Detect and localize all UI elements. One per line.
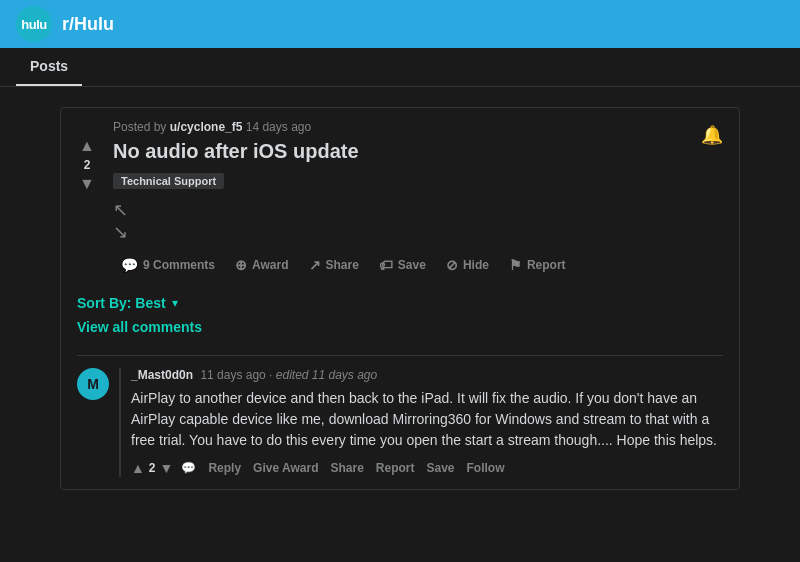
post-title: No audio after iOS update xyxy=(113,140,723,163)
post-tag[interactable]: Technical Support xyxy=(113,173,224,189)
subreddit-logo[interactable]: hulu xyxy=(16,6,52,42)
comment-downvote-button[interactable]: ▼ xyxy=(160,460,174,476)
save-icon: 🏷 xyxy=(379,257,393,273)
expand-icon[interactable]: ↖↘ xyxy=(113,199,723,243)
comment-item: M _Mast0d0n 11 days ago · edited 11 days… xyxy=(77,368,723,477)
award-label: Award xyxy=(252,258,288,272)
share-label: Share xyxy=(326,258,359,272)
share-button[interactable]: ↗ Share xyxy=(301,251,367,279)
report-button[interactable]: ⚑ Report xyxy=(501,251,574,279)
hide-icon: ⊘ xyxy=(446,257,458,273)
comments-button[interactable]: 💬 9 Comments xyxy=(113,251,223,279)
tab-posts[interactable]: Posts xyxy=(16,48,82,86)
post-meta: Posted by u/cyclone_f5 14 days ago xyxy=(113,120,723,134)
hide-button[interactable]: ⊘ Hide xyxy=(438,251,497,279)
comment-share-button[interactable]: Share xyxy=(326,459,367,477)
post-actions: 💬 9 Comments ⊕ Award ↗ Share 🏷 Save ⊘ Hi… xyxy=(113,251,723,279)
post-time: 14 days ago xyxy=(246,120,311,134)
sort-chevron-icon: ▾ xyxy=(172,296,178,310)
sort-row: Sort By: Best ▾ xyxy=(77,295,723,311)
comment-avatar: M xyxy=(77,368,109,400)
notification-bell-icon[interactable]: 🔔 xyxy=(701,124,723,146)
comment-give-award-button[interactable]: Give Award xyxy=(249,459,322,477)
post-vote-col: ▲ 2 ▼ xyxy=(77,136,97,194)
save-button[interactable]: 🏷 Save xyxy=(371,251,434,279)
downvote-button[interactable]: ▼ xyxy=(77,174,97,194)
comments-label: 9 Comments xyxy=(143,258,215,272)
divider xyxy=(77,355,723,356)
comment-reply-button[interactable]: Reply xyxy=(204,459,245,477)
award-button[interactable]: ⊕ Award xyxy=(227,251,296,279)
post-card: 🔔 Posted by u/cyclone_f5 14 days ago ▲ 2… xyxy=(60,107,740,490)
upvote-button[interactable]: ▲ xyxy=(77,136,97,156)
award-icon: ⊕ xyxy=(235,257,247,273)
comment-bubble-icon: 💬 xyxy=(181,461,196,475)
comment-body: _Mast0d0n 11 days ago · edited 11 days a… xyxy=(119,368,723,477)
comment-icon[interactable]: 💬 xyxy=(177,459,200,477)
view-all-comments-link[interactable]: View all comments xyxy=(77,319,202,335)
comment-time: 11 days ago xyxy=(200,368,265,382)
comment-text: AirPlay to another device and then back … xyxy=(131,388,723,451)
comment-save-button[interactable]: Save xyxy=(423,459,459,477)
hide-label: Hide xyxy=(463,258,489,272)
comment-vote-count: 2 xyxy=(149,461,156,475)
logo-text: hulu xyxy=(21,17,46,32)
comment-icon: 💬 xyxy=(121,257,138,273)
main-content: 🔔 Posted by u/cyclone_f5 14 days ago ▲ 2… xyxy=(0,87,800,502)
save-label: Save xyxy=(398,258,426,272)
comment-upvote-button[interactable]: ▲ xyxy=(131,460,145,476)
comment-actions: ▲ 2 ▼ 💬 Reply Give Award Share Report Sa… xyxy=(131,459,723,477)
comment-vote: ▲ 2 ▼ xyxy=(131,460,173,476)
share-icon: ↗ xyxy=(309,257,321,273)
header: hulu r/Hulu xyxy=(0,0,800,48)
comment-edited: edited 11 days ago xyxy=(276,368,377,382)
vote-count: 2 xyxy=(84,158,91,172)
post-author[interactable]: u/cyclone_f5 xyxy=(170,120,243,134)
comment-separator: · xyxy=(269,368,276,382)
posted-by-label: Posted by xyxy=(113,120,166,134)
tabs-bar: Posts xyxy=(0,48,800,87)
report-label: Report xyxy=(527,258,566,272)
comment-follow-button[interactable]: Follow xyxy=(463,459,509,477)
comment-username[interactable]: _Mast0d0n xyxy=(131,368,193,382)
subreddit-title[interactable]: r/Hulu xyxy=(62,14,114,35)
avatar-letter: M xyxy=(87,376,99,392)
report-icon: ⚑ xyxy=(509,257,522,273)
sort-button[interactable]: Sort By: Best xyxy=(77,295,166,311)
comment-report-button[interactable]: Report xyxy=(372,459,419,477)
comment-meta: _Mast0d0n 11 days ago · edited 11 days a… xyxy=(131,368,723,382)
